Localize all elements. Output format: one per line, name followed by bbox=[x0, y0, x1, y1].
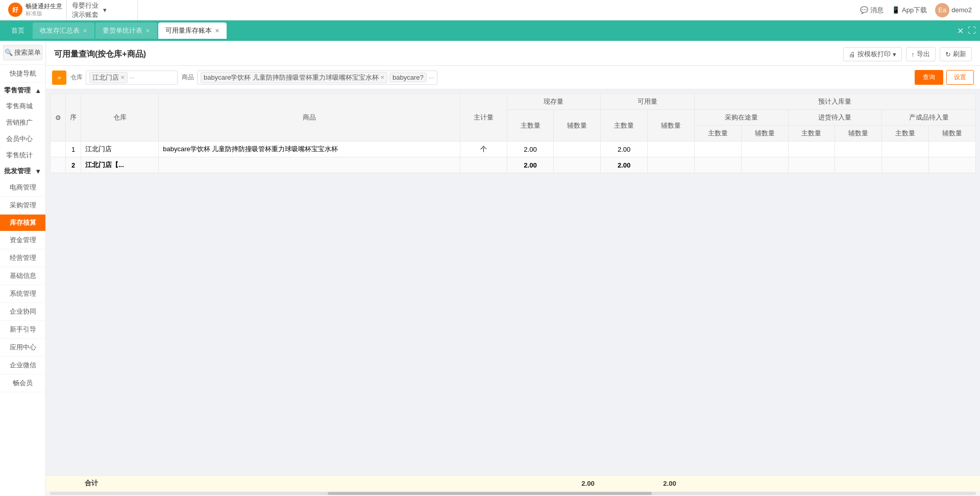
sidebar-item-vip[interactable]: 畅会员 bbox=[0, 374, 45, 392]
cell-no-2: 2 bbox=[66, 157, 81, 173]
window-expand-icon[interactable]: ⛶ bbox=[968, 26, 976, 35]
tab-order-stats-close[interactable]: ✕ bbox=[145, 28, 150, 34]
avatar: Ea bbox=[935, 3, 949, 17]
scroll-thumb[interactable] bbox=[328, 492, 652, 495]
setting-button[interactable]: 设置 bbox=[946, 70, 974, 85]
window-close-icon[interactable]: ✕ bbox=[957, 26, 964, 36]
search-icon: 🔍 bbox=[5, 49, 13, 56]
sidebar-section-retail[interactable]: 零售管理 ▲ bbox=[0, 83, 45, 98]
cell-no-1: 1 bbox=[66, 141, 81, 157]
sidebar-item-basic-info[interactable]: 基础信息 bbox=[0, 267, 45, 285]
cell-purchase-in-aux-2 bbox=[741, 157, 788, 173]
user-profile[interactable]: Ea demo2 bbox=[935, 3, 972, 17]
industry-selector[interactable]: 母婴行业演示账套 ▾ bbox=[66, 0, 138, 22]
sidebar-section-wholesale[interactable]: 批发管理 ▼ bbox=[0, 163, 45, 179]
sidebar-quick-nav-label: 快捷导航 bbox=[10, 69, 36, 77]
th-avail-main: 主数量 bbox=[601, 110, 648, 141]
sidebar-item-marketing[interactable]: 营销推广 bbox=[0, 114, 45, 131]
warehouse-filter-group: 仓库 江北门店 ✕ ··· bbox=[70, 70, 178, 85]
goods-filter-group: 商品 babycare学饮杯 儿童防摔防撞吸管杯重力球吸嘴杯宝宝水杯 ✕ bab… bbox=[182, 70, 437, 85]
th-stock-group: 现存量 bbox=[507, 94, 601, 110]
filter-toggle-icon: » bbox=[57, 74, 61, 81]
nav-tabs: 首页 收发存汇总表 ✕ 要货单统计表 ✕ 可用量库存账本 ✕ ✕ ⛶ bbox=[0, 20, 980, 41]
sidebar: 🔍 搜索菜单 快捷导航 零售管理 ▲ 零售商城 营销推广 会员中心 零售统计 批… bbox=[0, 41, 46, 496]
cell-stock-aux-1 bbox=[554, 141, 601, 157]
sidebar-item-enterprise[interactable]: 企业协同 bbox=[0, 303, 45, 321]
refresh-label: 刷新 bbox=[953, 50, 966, 59]
sidebar-item-newbie[interactable]: 新手引导 bbox=[0, 321, 45, 339]
tab-receive-pay-close[interactable]: ✕ bbox=[83, 28, 87, 34]
cell-warehouse-1: 江北门店 bbox=[81, 141, 159, 157]
cell-unit-1: 个 bbox=[460, 141, 507, 157]
goods-tag-1-close[interactable]: ✕ bbox=[380, 75, 384, 80]
industry-selector-text: 母婴行业演示账套 bbox=[72, 1, 101, 19]
scroll-track bbox=[50, 492, 976, 495]
sidebar-item-wechat[interactable]: 企业微信 bbox=[0, 357, 45, 374]
cell-stock-main-1: 2.00 bbox=[507, 141, 554, 157]
sidebar-item-inventory[interactable]: 库存核算 bbox=[0, 215, 45, 231]
cell-unit-2 bbox=[460, 157, 507, 173]
warehouse-tag-close[interactable]: ✕ bbox=[120, 75, 125, 80]
th-settings[interactable]: ⚙ bbox=[51, 94, 66, 141]
tab-available-stock[interactable]: 可用量库存账本 ✕ bbox=[158, 22, 227, 39]
sidebar-item-app-center[interactable]: 应用中心 bbox=[0, 339, 45, 357]
th-forecast-group: 预计入库量 bbox=[694, 94, 975, 110]
chevron-down-icon-print: ▾ bbox=[893, 51, 896, 58]
sidebar-search-button[interactable]: 🔍 搜索菜单 bbox=[3, 45, 42, 60]
message-icon: 💬 bbox=[860, 6, 868, 14]
print-button[interactable]: 🖨 按模板打印 ▾ bbox=[843, 47, 902, 61]
sidebar-item-operations[interactable]: 经营管理 bbox=[0, 249, 45, 267]
chevron-up-icon: ▲ bbox=[35, 87, 41, 95]
cell-stock-main-2: 2.00 bbox=[507, 157, 554, 173]
logo-area: 好 畅捷通好生意 标准版 bbox=[8, 3, 62, 17]
cell-avail-aux-1 bbox=[648, 141, 695, 157]
table-body: 1 江北门店 babycare学饮杯 儿童防摔防撞吸管杯重力球吸嘴杯宝宝水杯 个… bbox=[51, 141, 976, 173]
th-purchase-arr-main: 主数量 bbox=[788, 126, 835, 141]
sidebar-item-ecommerce[interactable]: 电商管理 bbox=[0, 179, 45, 197]
page-actions: 🖨 按模板打印 ▾ ↑ 导出 ↻ 刷新 bbox=[843, 47, 972, 61]
th-stock-aux: 辅数量 bbox=[554, 110, 601, 141]
sidebar-item-retail-store[interactable]: 零售商城 bbox=[0, 98, 45, 114]
goods-filter-tags[interactable]: babycare学饮杯 儿童防摔防撞吸管杯重力球吸嘴杯宝宝水杯 ✕ babyca… bbox=[197, 70, 437, 85]
top-bar: 好 畅捷通好生意 标准版 母婴行业演示账套 ▾ 💬 消息 📱 App下载 Ea … bbox=[0, 0, 980, 20]
goods-tag-2-text: babycare? bbox=[393, 74, 424, 81]
warehouse-filter-label: 仓库 bbox=[70, 73, 83, 82]
table-row: 2 江北门店【... 2.00 2.00 bbox=[51, 157, 976, 173]
cell-purchase-in-main-1 bbox=[694, 141, 741, 157]
sidebar-item-quick-nav[interactable]: 快捷导航 bbox=[0, 65, 45, 83]
top-bar-right: 💬 消息 📱 App下载 Ea demo2 bbox=[860, 3, 972, 17]
export-button[interactable]: ↑ 导出 bbox=[906, 47, 936, 61]
top-bar-left: 好 畅捷通好生意 标准版 母婴行业演示账套 ▾ bbox=[8, 0, 138, 22]
print-label: 按模板打印 bbox=[857, 50, 891, 59]
nav-right-actions: ✕ ⛶ bbox=[957, 26, 976, 36]
sidebar-item-member[interactable]: 会员中心 bbox=[0, 131, 45, 147]
warehouse-filter-tags[interactable]: 江北门店 ✕ ··· bbox=[86, 70, 178, 85]
sidebar-item-retail-stats[interactable]: 零售统计 bbox=[0, 147, 45, 163]
filter-toggle-button[interactable]: » bbox=[52, 70, 66, 85]
query-button[interactable]: 查询 bbox=[915, 70, 943, 85]
th-purchase-in-group: 采购在途量 bbox=[694, 110, 788, 126]
logo-text-area: 畅捷通好生意 标准版 bbox=[26, 3, 62, 17]
sidebar-item-finance[interactable]: 资金管理 bbox=[0, 231, 45, 249]
tab-home-label: 首页 bbox=[11, 26, 24, 35]
app-download-button[interactable]: 📱 App下载 bbox=[892, 6, 927, 15]
cell-goods-1: babycare学饮杯 儿童防摔防撞吸管杯重力球吸嘴杯宝宝水杯 bbox=[159, 141, 460, 157]
chevron-down-icon: ▾ bbox=[103, 6, 132, 14]
sidebar-item-purchase[interactable]: 采购管理 bbox=[0, 197, 45, 215]
message-button[interactable]: 💬 消息 bbox=[860, 6, 884, 15]
tab-order-stats[interactable]: 要货单统计表 ✕ bbox=[95, 22, 157, 39]
cell-product-arr-aux-1 bbox=[929, 141, 976, 157]
footer-label: 合计 bbox=[81, 479, 121, 488]
tab-available-stock-close[interactable]: ✕ bbox=[215, 28, 219, 34]
sidebar-section-retail-label: 零售管理 bbox=[4, 86, 31, 95]
warehouse-filter-more[interactable]: ··· bbox=[130, 74, 135, 81]
sidebar-search-area: 🔍 搜索菜单 bbox=[0, 41, 45, 65]
refresh-button[interactable]: ↻ 刷新 bbox=[940, 47, 972, 61]
sidebar-item-system[interactable]: 系统管理 bbox=[0, 285, 45, 303]
page-title: 可用量查询(按仓库+商品) bbox=[54, 49, 146, 60]
goods-filter-more[interactable]: ··· bbox=[429, 74, 434, 81]
tab-receive-pay[interactable]: 收发存汇总表 ✕ bbox=[33, 22, 94, 39]
tab-home[interactable]: 首页 bbox=[4, 22, 32, 39]
cell-purchase-arr-main-1 bbox=[788, 141, 835, 157]
download-label: App下载 bbox=[902, 6, 927, 15]
